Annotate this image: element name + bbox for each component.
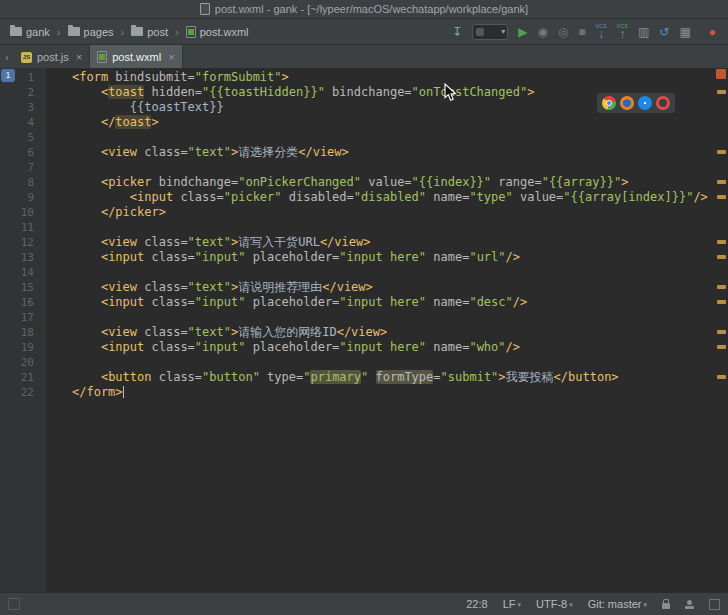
code-line[interactable]: <view class="text">请选择分类</view> [72,145,714,160]
code-line[interactable]: <form bindsubmit="formSubmit"> [72,70,714,85]
notification-icon[interactable]: ● [709,26,716,38]
line-number[interactable]: 2 [0,85,46,100]
error-stripe[interactable] [714,68,728,593]
line-number[interactable]: 18 [0,325,46,340]
close-tab-icon[interactable]: × [76,51,82,63]
code-line[interactable] [72,160,714,175]
vcs-push-icon[interactable]: VCS↑ [617,24,628,40]
code-line[interactable]: </picker> [72,205,714,220]
warning-stripe-mark[interactable] [717,285,726,289]
firefox-icon[interactable] [620,96,634,110]
js-file-icon: JS [21,52,32,63]
chevron-right-icon: › [57,26,61,38]
line-number[interactable]: 4 [0,115,46,130]
breadcrumb-label: post [147,26,168,38]
code-line[interactable]: <button class="button" type="primary" fo… [72,370,714,385]
warning-stripe-mark[interactable] [717,255,726,259]
code-line[interactable]: <view class="text">请写入干货URL</view> [72,235,714,250]
line-number[interactable]: 19 [0,340,46,355]
opera-icon[interactable] [656,96,670,110]
code-line[interactable] [72,220,714,235]
tab-post.js[interactable]: JSpost.js× [14,45,90,69]
warning-stripe-mark[interactable] [717,90,726,94]
line-number[interactable]: 16 [0,295,46,310]
line-number[interactable]: 12 [0,235,46,250]
line-number[interactable]: 8 [0,175,46,190]
tabs-scroll-left-icon[interactable]: ‹ [0,45,14,69]
lock-icon[interactable] [662,603,670,609]
breadcrumb-item-pages[interactable]: pages [66,25,116,39]
git-branch-selector[interactable]: Git: master▾ [588,598,647,610]
warning-stripe-mark[interactable] [717,300,726,304]
line-number[interactable]: 22 [0,385,46,400]
code-line[interactable]: <picker bindchange="onPickerChanged" val… [72,175,714,190]
breadcrumb: gank›pages›post›post.wxml [8,25,251,39]
line-number[interactable]: 21 [0,370,46,385]
line-number[interactable]: 7 [0,160,46,175]
rollback-icon[interactable]: ↺ [659,26,669,38]
chrome-icon[interactable] [602,96,616,110]
warning-stripe-mark[interactable] [717,330,726,334]
warning-stripe-mark[interactable] [717,345,726,349]
code-line[interactable] [72,310,714,325]
safari-icon[interactable] [638,96,652,110]
close-tab-icon[interactable]: × [168,51,174,63]
code-line[interactable]: <view class="text">请输入您的网络ID</view> [72,325,714,340]
profiler-icon[interactable]: ◎ [558,26,568,38]
code-line[interactable]: <input class="input" placeholder="input … [72,340,714,355]
code-line[interactable] [72,130,714,145]
code-line[interactable] [72,355,714,370]
code-line[interactable]: <input class="input" placeholder="input … [72,295,714,310]
toolwindow-toggle-icon[interactable] [8,598,20,610]
code-line[interactable] [72,265,714,280]
viewmode-icon[interactable]: ▦ [679,26,690,38]
coverage-icon[interactable]: ◉ [537,26,547,38]
editor[interactable]: 12345678910111213141516171819202122 <for… [0,68,728,593]
code-line[interactable]: </toast> [72,115,714,130]
compare-icon[interactable]: ▥ [638,26,649,38]
update-project-icon[interactable]: ↧ [452,26,462,38]
line-number[interactable]: 3 [0,100,46,115]
tab-label: post.js [37,51,69,63]
line-number[interactable]: 9 [0,190,46,205]
line-number[interactable]: 20 [0,355,46,370]
memory-indicator-icon[interactable] [709,599,720,610]
tab-post.wxml[interactable]: post.wxml× [90,45,182,69]
warning-stripe-mark[interactable] [717,195,726,199]
breadcrumb-item-post[interactable]: post [129,25,170,39]
chevron-down-icon: ▾ [517,601,521,609]
vcs-update-icon[interactable]: VCS↓ [596,24,607,40]
inspections-profile-icon[interactable] [685,600,694,609]
line-number[interactable]: 5 [0,130,46,145]
caret-position[interactable]: 22:8 [466,598,487,610]
code-line[interactable]: <view class="text">请说明推荐理由</view> [72,280,714,295]
run-config-dropdown[interactable]: ▾ [472,24,508,40]
line-number[interactable]: 10 [0,205,46,220]
code-line[interactable]: <input class="input" placeholder="input … [72,250,714,265]
chevron-down-icon: ▾ [569,601,573,609]
bookmark-badge: 1 [1,69,15,82]
line-number[interactable]: 14 [0,265,46,280]
breadcrumb-item-gank[interactable]: gank [8,25,52,39]
encoding-selector[interactable]: UTF-8▾ [536,598,573,610]
warning-stripe-mark[interactable] [717,240,726,244]
toolbar: ↧▾▶◉◎■VCS↓VCS↑▥↺▦● [452,24,720,40]
line-number[interactable]: 13 [0,250,46,265]
warning-stripe-mark[interactable] [717,150,726,154]
stop-icon[interactable]: ■ [578,26,585,38]
line-number[interactable]: 6 [0,145,46,160]
warning-stripe-mark[interactable] [717,180,726,184]
warning-stripe-mark[interactable] [717,375,726,379]
run-icon[interactable]: ▶ [518,26,527,38]
folder-icon [10,27,22,36]
line-number[interactable]: 17 [0,310,46,325]
inspection-status-icon[interactable] [716,69,726,79]
line-number[interactable]: 15 [0,280,46,295]
line-number[interactable]: 11 [0,220,46,235]
code-area[interactable]: <form bindsubmit="formSubmit"> <toast hi… [46,68,728,593]
code-line[interactable]: </form> [72,385,714,400]
code-line[interactable]: <input class="picker" disabled="disabled… [72,190,714,205]
line-separator-selector[interactable]: LF▾ [503,598,521,610]
breadcrumb-item-post.wxml[interactable]: post.wxml [184,25,251,39]
tabs: JSpost.js×post.wxml× [14,45,183,69]
